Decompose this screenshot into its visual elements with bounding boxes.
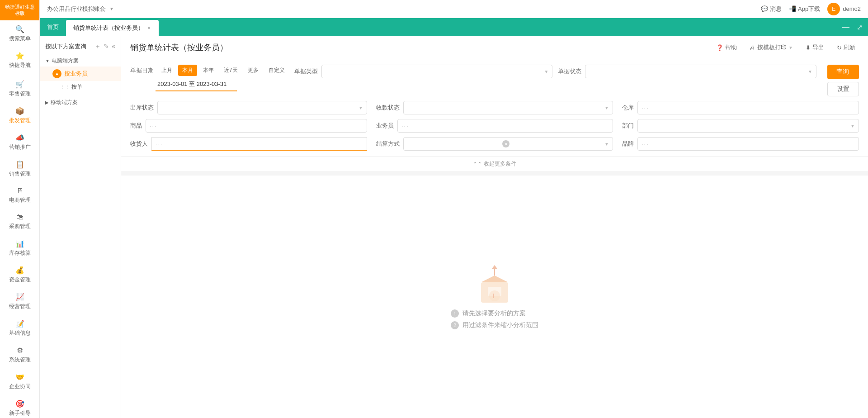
sidebar-item-quicknav[interactable]: ⭐ 快捷导航 [0, 47, 39, 74]
svg-marker-1 [481, 276, 508, 282]
panel-header-icons: ＋ ✎ « [94, 43, 115, 51]
app-logo: 畅捷通好生意 标版 [5, 4, 35, 17]
receipt-status-label: 收款状态 [376, 104, 400, 112]
date-tab-this-month[interactable]: 本月 [178, 65, 197, 76]
out-status-select[interactable]: ▼ [157, 101, 367, 114]
page-actions: ❓ 帮助 🖨 按模板打印 ▼ ⬇ 导出 ↻ [712, 42, 859, 53]
salesperson-select[interactable]: ··· [397, 119, 613, 133]
help-btn[interactable]: ❓ 帮助 [712, 42, 741, 53]
tabbar-minimize-icon[interactable]: — [840, 21, 851, 33]
topbar-left: 办公用品行业模拟账套 ▼ [47, 5, 114, 13]
sidebar-item-label: 电商管理 [9, 196, 31, 204]
sidebar-item-wholesale[interactable]: 📦 批发管理 [0, 102, 39, 129]
collapse-text[interactable]: ⌃⌃ 收起更多条件 [473, 160, 516, 168]
sidebar-item-basic[interactable]: 📝 基础信息 [0, 315, 39, 342]
payment-method-select[interactable]: ✕ ▼ [403, 137, 613, 151]
receiver-input[interactable]: ··· [151, 137, 367, 151]
warehouse-dots: ··· [642, 104, 649, 111]
brand-select[interactable]: ··· [637, 137, 859, 151]
tree-item-by-salesperson[interactable]: ● 按业务员 [40, 66, 121, 81]
payment-method-cell: 结算方式 ✕ ▼ [376, 137, 613, 151]
sidebar-item-newbie[interactable]: 🎯 新手引导 [0, 395, 39, 418]
receipt-status-cell: 收款状态 ▼ [376, 101, 613, 114]
messages-btn[interactable]: 💬 消息 [761, 5, 782, 13]
user-area[interactable]: E demo2 [827, 3, 861, 15]
tree-group-mobile-header[interactable]: ▶ 移动端方案 [40, 97, 121, 108]
tabbar-right: — ⤢ [840, 21, 868, 33]
action-buttons: 查询 设置 [822, 65, 859, 96]
panel-header-label: 按以下方案查询 [45, 43, 86, 51]
date-tab-custom[interactable]: 自定义 [264, 65, 289, 76]
sidebar-item-retail[interactable]: 🛒 零售管理 [0, 76, 39, 102]
collapse-panel-icon[interactable]: « [112, 43, 115, 51]
help-icon: ❓ [716, 44, 723, 51]
tree-group-desktop-label: 电脑端方案 [52, 57, 79, 65]
receiver-label: 收货人 [130, 140, 148, 148]
doc-status-select[interactable]: ▼ [585, 65, 816, 78]
doc-type-select[interactable]: ▼ [321, 65, 553, 78]
receipt-status-select[interactable]: ▼ [403, 101, 613, 114]
basic-icon: 📝 [15, 319, 24, 328]
date-tab-last-7[interactable]: 近7天 [220, 65, 242, 76]
date-tab-last-month[interactable]: 上月 [157, 65, 176, 76]
sidebar-item-system[interactable]: ⚙ 系统管理 [0, 342, 39, 368]
filter-area: 单据日期 上月 本月 本年 近7天 更多 自定义 [121, 59, 868, 172]
settings-button[interactable]: 设置 [827, 82, 859, 96]
sidebar-item-purchase[interactable]: 🛍 采购管理 [0, 209, 39, 235]
warehouse-cell: 仓库 ··· [622, 101, 859, 114]
inventory-icon: 📊 [15, 239, 24, 248]
sidebar-item-label: 经营管理 [9, 303, 31, 310]
sidebar-item-sales[interactable]: 📋 销售管理 [0, 156, 39, 182]
warehouse-select[interactable]: ··· [637, 101, 859, 114]
sidebar-item-label: 快捷导航 [9, 62, 31, 69]
tree-group-desktop-header[interactable]: ▼ 电脑端方案 [40, 55, 121, 66]
payment-method-arrow: ▼ [604, 142, 609, 147]
payment-method-clear[interactable]: ✕ [502, 140, 509, 147]
sidebar-item-operations[interactable]: 📈 经营管理 [0, 288, 39, 315]
date-range-input[interactable] [156, 78, 237, 91]
receipt-status-arrow: ▼ [604, 105, 609, 110]
sidebar-item-search[interactable]: 🔍 搜索菜单 [0, 20, 39, 47]
sub-item-icon: ⋮⋮ [60, 84, 70, 90]
edit-scheme-icon[interactable]: ✎ [104, 43, 109, 51]
query-button[interactable]: 查询 [827, 65, 859, 79]
panel-header: 按以下方案查询 ＋ ✎ « [40, 40, 121, 53]
add-scheme-icon[interactable]: ＋ [94, 43, 101, 51]
tab-home[interactable]: 首页 [40, 18, 66, 36]
tab-active[interactable]: 销货单统计表（按业务员） × [66, 20, 159, 36]
sidebar-item-finance[interactable]: 💰 资金管理 [0, 261, 39, 288]
tab-close-icon[interactable]: × [146, 24, 151, 32]
salesperson-cell: 业务员 ··· [376, 119, 613, 133]
sidebar-item-marketing[interactable]: 📣 营销推广 [0, 129, 39, 156]
product-dots: ··· [150, 123, 157, 129]
doc-type-arrow: ▼ [544, 69, 548, 74]
tab-active-label: 销货单统计表（按业务员） [73, 24, 144, 32]
topbar-dropdown-arrow[interactable]: ▼ [109, 6, 114, 11]
topbar-right: 💬 消息 📲 App下载 E demo2 [761, 3, 861, 15]
purchase-icon: 🛍 [16, 213, 24, 221]
doc-status-arrow: ▼ [808, 69, 812, 74]
date-filter-label: 单据日期 [130, 66, 154, 75]
app-download-btn[interactable]: 📲 App下载 [789, 5, 820, 13]
sidebar-item-enterprise[interactable]: 🤝 企业协同 [0, 368, 39, 395]
collapse-filters-btn[interactable]: ⌃⌃ 收起更多条件 [121, 156, 868, 171]
sales-icon: 📋 [15, 160, 24, 169]
product-select[interactable]: ··· [146, 119, 367, 133]
print-btn[interactable]: 🖨 按模板打印 ▼ [746, 42, 797, 53]
salesperson-label: 业务员 [376, 122, 394, 130]
filter-row-1: 单据日期 上月 本月 本年 近7天 更多 自定义 [130, 65, 859, 96]
sidebar-item-label: 零售管理 [9, 90, 31, 98]
department-select[interactable]: ▼ [637, 119, 859, 133]
tabbar-maximize-icon[interactable]: ⤢ [855, 21, 864, 33]
sidebar-item-ecom[interactable]: 🖥 电商管理 [0, 182, 39, 209]
hint-2-num: 2 [451, 321, 459, 329]
retail-icon: 🛒 [15, 80, 24, 89]
sidebar-item-inventory[interactable]: 📊 库存核算 [0, 235, 39, 261]
tree-sub-item-by-order[interactable]: ⋮⋮ 按单 [40, 81, 121, 93]
tree-group-mobile-label: 移动端方案 [51, 99, 78, 106]
date-tab-more[interactable]: 更多 [244, 65, 263, 76]
export-btn[interactable]: ⬇ 导出 [802, 42, 828, 53]
date-tab-this-year[interactable]: 本年 [199, 65, 218, 76]
filter-row-2: 出库状态 ▼ 收款状态 ▼ [130, 101, 859, 114]
refresh-btn[interactable]: ↻ 刷新 [833, 42, 859, 53]
